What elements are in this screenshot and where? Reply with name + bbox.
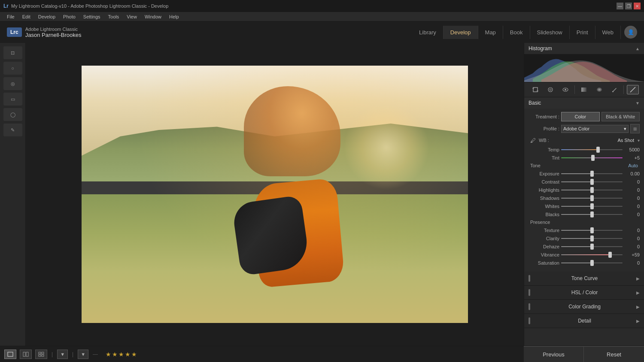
module-web[interactable]: Web (595, 26, 621, 39)
basic-panel-toggle[interactable]: ▼ (635, 101, 640, 106)
survey-view-btn[interactable] (35, 350, 47, 359)
sort-btn[interactable]: ▼ (57, 350, 68, 359)
vibrance-track (561, 254, 623, 255)
module-library[interactable]: Library (412, 26, 444, 39)
module-slideshow[interactable]: Slideshow (530, 26, 570, 39)
menu-settings[interactable]: Settings (80, 13, 104, 20)
dehaze-slider[interactable] (561, 244, 623, 250)
temp-thumb[interactable] (596, 147, 600, 153)
whites-thumb[interactable] (590, 203, 594, 209)
texture-thumb[interactable] (590, 227, 594, 233)
linear-gradient-btn[interactable] (578, 85, 590, 94)
crop-tool-btn[interactable] (529, 85, 541, 94)
close-button[interactable]: ✕ (634, 3, 641, 9)
dehaze-thumb[interactable] (590, 244, 594, 250)
reset-button[interactable]: Reset (584, 346, 644, 362)
restore-button[interactable]: ❐ (625, 3, 632, 9)
histogram-toggle-icon[interactable]: ▲ (635, 46, 640, 51)
texture-value: 0 (624, 228, 640, 233)
radial-filter-tool[interactable]: ◯ (3, 108, 22, 121)
shadows-slider[interactable] (561, 195, 623, 201)
module-print[interactable]: Print (570, 26, 595, 39)
single-view-btn[interactable] (4, 350, 16, 359)
temp-slider[interactable] (561, 147, 623, 153)
profile-grid-btn[interactable]: ⊞ (630, 124, 640, 133)
detail-section[interactable]: Detail ▶ (524, 314, 644, 328)
menu-help[interactable]: Help (166, 13, 182, 20)
exposure-thumb[interactable] (590, 171, 594, 177)
menu-photo[interactable]: Photo (60, 13, 79, 20)
saturation-thumb[interactable] (590, 260, 594, 266)
spot-removal-tool[interactable]: ○ (3, 62, 22, 75)
gradient-filter-tool[interactable]: ▭ (3, 93, 22, 106)
wb-eyedropper-btn[interactable]: 🖊 (529, 136, 537, 145)
spot-removal-btn[interactable] (544, 85, 556, 94)
contrast-thumb[interactable] (590, 179, 594, 185)
user-avatar[interactable]: 👤 (624, 26, 637, 39)
color-grading-section[interactable]: Color Grading ▶ (524, 300, 644, 314)
highlights-slider[interactable] (561, 187, 623, 193)
adjustment-brush-tool[interactable]: ✎ (3, 124, 22, 136)
radial-gradient-btn[interactable] (593, 85, 605, 94)
tone-auto-btn[interactable]: Auto (628, 163, 638, 168)
saturation-track (561, 262, 623, 263)
treatment-bw-btn[interactable]: Black & White (601, 112, 640, 121)
highlights-thumb[interactable] (590, 187, 594, 193)
hsl-color-toggle[interactable]: ▶ (636, 290, 640, 295)
shadows-thumb[interactable] (590, 195, 594, 201)
star-3[interactable]: ★ (118, 351, 124, 358)
star-4[interactable]: ★ (125, 351, 131, 358)
minimize-button[interactable]: — (617, 3, 623, 9)
tint-slider[interactable] (561, 155, 623, 161)
module-map[interactable]: Map (478, 26, 503, 39)
previous-button[interactable]: Previous (524, 346, 584, 362)
compare-view-btn[interactable] (20, 350, 32, 359)
basic-panel-header[interactable]: Basic ▼ (524, 97, 644, 109)
shadows-fill (561, 198, 592, 199)
star-1[interactable]: ★ (106, 351, 111, 358)
contrast-fill (561, 181, 592, 182)
tint-thumb[interactable] (591, 155, 595, 161)
tone-sub-header: Tone Auto (529, 163, 640, 168)
blacks-slider[interactable] (561, 211, 623, 217)
module-book[interactable]: Book (503, 26, 530, 39)
profile-dropdown[interactable]: Adobe Color ▾ (561, 125, 629, 133)
saturation-slider[interactable] (561, 260, 623, 266)
contrast-slider[interactable] (561, 179, 623, 185)
menu-window[interactable]: Window (141, 13, 165, 20)
clarity-slider[interactable] (561, 235, 623, 241)
vibrance-thumb[interactable] (608, 252, 612, 258)
menu-view[interactable]: View (123, 13, 140, 20)
clarity-thumb[interactable] (590, 235, 594, 241)
redeye-btn[interactable] (559, 85, 571, 94)
menu-edit[interactable]: Edit (19, 13, 34, 20)
whites-slider[interactable] (561, 203, 623, 209)
menu-file[interactable]: File (3, 13, 18, 20)
blacks-thumb[interactable] (590, 211, 594, 217)
redeye-correction-tool[interactable]: ◎ (3, 77, 22, 90)
detail-toggle[interactable]: ▶ (636, 319, 640, 323)
filter-btn[interactable]: ▼ (78, 350, 88, 359)
histogram-title: Histogram (529, 45, 552, 51)
wb-dropdown-arrow[interactable]: ▾ (638, 138, 640, 143)
titlebar-controls[interactable]: — ❐ ✕ (617, 3, 641, 9)
menu-tools[interactable]: Tools (105, 13, 123, 20)
tone-curve-section[interactable]: Tone Curve ▶ (524, 272, 644, 286)
hsl-color-section[interactable]: HSL / Color ▶ (524, 286, 644, 300)
exposure-slider[interactable] (561, 171, 623, 177)
texture-slider[interactable] (561, 227, 623, 233)
menu-develop[interactable]: Develop (35, 13, 59, 20)
star-5[interactable]: ★ (131, 351, 137, 358)
histogram-header[interactable]: Histogram ▲ (524, 43, 644, 54)
star-2[interactable]: ★ (112, 351, 118, 358)
tone-label: Tone (530, 163, 541, 168)
histogram-canvas (524, 54, 644, 82)
adjustment-brush-btn[interactable] (608, 85, 620, 94)
tone-curve-toggle[interactable]: ▶ (636, 276, 640, 281)
treatment-color-btn[interactable]: Color (561, 112, 600, 121)
color-grading-toggle[interactable]: ▶ (636, 305, 640, 309)
crop-overlay-tool[interactable]: ⊡ (3, 46, 22, 59)
module-develop[interactable]: Develop (444, 26, 478, 39)
vibrance-slider[interactable] (561, 252, 623, 258)
targeted-adjustment-btn[interactable] (627, 85, 639, 94)
